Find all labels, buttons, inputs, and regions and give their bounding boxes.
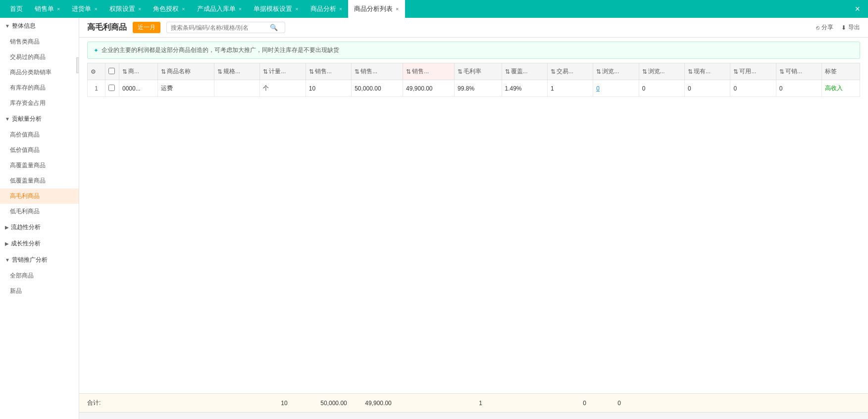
col-trade[interactable]: ⇅ 交易... xyxy=(547,63,593,80)
cell-coverage: 1.49% xyxy=(502,80,547,97)
cell-browse2: 0 xyxy=(639,80,684,97)
share-button[interactable]: ⎋ 分享 xyxy=(816,23,833,32)
sidebar-item-capital-occupation[interactable]: 库存资金占用 xyxy=(0,95,79,111)
col-settings[interactable]: ⚙ xyxy=(88,63,105,80)
sidebar-group-marketing[interactable]: ▼ 营销推广分析 xyxy=(0,252,79,268)
page-title: 高毛利商品 xyxy=(87,22,127,33)
col-unit[interactable]: ⇅ 计量... xyxy=(260,63,306,80)
export-icon: ⬇ xyxy=(841,24,846,31)
table-row: 1 0000... 运费 个 xyxy=(88,80,860,97)
sidebar-item-low-margin[interactable]: 低毛利商品 xyxy=(0,204,79,219)
col-spec[interactable]: ⇅ 规格... xyxy=(214,63,260,80)
content-area: 高毛利商品 近一月 🔍 ⎋ 分享 ⬇ 导出 ✦ 企业的主要的利润都是这部分商品创… xyxy=(79,18,868,419)
col-browse1[interactable]: ⇅ 浏览... xyxy=(593,63,639,80)
cell-unit: 个 xyxy=(260,80,306,97)
close-sales-order[interactable]: × xyxy=(57,6,60,12)
close-template-settings[interactable]: × xyxy=(295,6,298,12)
footer-label: 合计: xyxy=(87,399,101,407)
footer-current-stock: 0 xyxy=(583,400,617,407)
sidebar-item-category-rate[interactable]: 商品分类助销率 xyxy=(0,65,79,80)
footer-trade: 1 xyxy=(479,400,513,407)
cell-sellable: 0 xyxy=(776,80,821,97)
nav-template-settings[interactable]: 单据模板设置 × xyxy=(248,0,304,18)
sidebar-item-low-value[interactable]: 低价值商品 xyxy=(0,142,79,158)
col-code[interactable]: ⇅ 商... xyxy=(119,63,158,80)
cell-trade: 1 xyxy=(547,80,593,97)
arrow-contribution: ▼ xyxy=(5,116,10,122)
horizontal-scrollbar[interactable] xyxy=(79,412,868,419)
sidebar-group-contribution[interactable]: ▼ 贡献量分析 xyxy=(0,111,79,127)
top-navigation: 首页 销售单 × 进货单 × 权限设置 × 角色授权 × 产成品入库单 × 单据… xyxy=(0,0,868,18)
col-browse2[interactable]: ⇅ 浏览... xyxy=(639,63,684,80)
select-all-checkbox[interactable] xyxy=(108,68,115,74)
arrow-trend: ▶ xyxy=(5,225,9,230)
product-table: ⚙ ⇅ 商... ⇅ xyxy=(87,63,860,97)
sidebar-item-high-coverage[interactable]: 高覆盖量商品 xyxy=(0,158,79,173)
cell-gross-margin: 99.8% xyxy=(455,80,502,97)
footer-sales-profit: 49,900.00 xyxy=(365,400,409,407)
row-number: 1 xyxy=(88,80,105,97)
sidebar-item-new-products[interactable]: 新品 xyxy=(0,283,79,299)
table-container: ⚙ ⇅ 商... ⇅ xyxy=(79,63,868,393)
search-input[interactable] xyxy=(171,24,270,31)
col-sellable[interactable]: ⇅ 可销... xyxy=(776,63,821,80)
sidebar-item-high-margin[interactable]: 高毛利商品 xyxy=(0,188,79,204)
sidebar-item-in-stock[interactable]: 有库存的商品 xyxy=(0,80,79,95)
footer-available: 0 xyxy=(617,400,652,407)
col-name[interactable]: ⇅ 商品名称 xyxy=(157,63,214,80)
close-product-analysis[interactable]: × xyxy=(339,6,342,12)
cell-available: 0 xyxy=(730,80,776,97)
footer-sales-amount: 50,000.00 xyxy=(320,400,365,407)
cell-browse1[interactable]: 0 xyxy=(593,80,639,97)
nav-product-analysis[interactable]: 商品分析 × xyxy=(305,0,348,18)
col-sales-amount[interactable]: ⇅ 销售... xyxy=(352,63,403,80)
col-gross-margin[interactable]: ⇅ 毛利率 xyxy=(455,63,502,80)
arrow-growth: ▶ xyxy=(5,241,9,246)
col-check xyxy=(105,63,119,80)
sidebar-item-high-value[interactable]: 高价值商品 xyxy=(0,127,79,142)
nav-home[interactable]: 首页 xyxy=(4,0,29,18)
col-coverage[interactable]: ⇅ 覆盖... xyxy=(502,63,547,80)
close-product-warehouse[interactable]: × xyxy=(239,6,242,12)
sidebar-collapse-button[interactable]: « xyxy=(76,57,79,73)
col-current-stock[interactable]: ⇅ 现有... xyxy=(685,63,730,80)
sidebar-item-traded-products[interactable]: 交易过的商品 xyxy=(0,49,79,65)
main-container: ▼ 整体信息 销售类商品 交易过的商品 商品分类助销率 有库存的商品 库存资金占… xyxy=(0,18,868,419)
cell-sales-profit: 49,900.00 xyxy=(403,80,455,97)
sidebar-item-sales-products[interactable]: 销售类商品 xyxy=(0,34,79,49)
table-header-row: ⚙ ⇅ 商... ⇅ xyxy=(88,63,860,80)
cell-sales-qty: 10 xyxy=(306,80,351,97)
nav-role-auth[interactable]: 角色授权 × xyxy=(147,0,191,18)
col-sales-qty[interactable]: ⇅ 销售... xyxy=(306,63,351,80)
close-purchase-order[interactable]: × xyxy=(94,6,97,12)
sidebar-item-low-coverage[interactable]: 低覆盖量商品 xyxy=(0,173,79,188)
close-permission-settings[interactable]: × xyxy=(138,6,141,12)
sidebar: ▼ 整体信息 销售类商品 交易过的商品 商品分类助销率 有库存的商品 库存资金占… xyxy=(0,18,79,419)
close-role-auth[interactable]: × xyxy=(182,6,185,12)
col-available[interactable]: ⇅ 可用... xyxy=(730,63,776,80)
sidebar-group-growth[interactable]: ▶ 成长性分析 xyxy=(0,235,79,252)
nav-purchase-order[interactable]: 进货单 × xyxy=(66,0,103,18)
footer-sales-qty: 10 xyxy=(281,400,320,407)
cell-code: 0000... xyxy=(119,80,158,97)
search-box: 🔍 xyxy=(166,22,285,33)
cell-spec xyxy=(214,80,260,97)
info-banner: ✦ 企业的主要的利润都是这部分商品创造的，可考虑加大推广，同时关注库存是不要出现… xyxy=(87,42,860,59)
row-checkbox[interactable] xyxy=(108,85,115,91)
filter-period-button[interactable]: 近一月 xyxy=(133,22,160,33)
search-icon[interactable]: 🔍 xyxy=(270,24,278,31)
col-tag: 标签 xyxy=(822,63,860,80)
nav-permission-settings[interactable]: 权限设置 × xyxy=(103,0,147,18)
close-product-analysis-list[interactable]: × xyxy=(396,6,399,12)
export-button[interactable]: ⬇ 导出 xyxy=(841,23,860,32)
sidebar-item-all-products[interactable]: 全部商品 xyxy=(0,268,79,283)
nav-product-warehouse[interactable]: 产成品入库单 × xyxy=(191,0,248,18)
content-header: 高毛利商品 近一月 🔍 ⎋ 分享 ⬇ 导出 xyxy=(79,18,868,38)
close-all-tabs[interactable]: × xyxy=(851,4,864,14)
sidebar-group-trend[interactable]: ▶ 流趋性分析 xyxy=(0,219,79,235)
nav-sales-order[interactable]: 销售单 × xyxy=(29,0,66,18)
nav-product-analysis-list[interactable]: 商品分析列表 × xyxy=(348,0,405,18)
col-sales-profit[interactable]: ⇅ 销售... xyxy=(403,63,455,80)
sidebar-group-overall[interactable]: ▼ 整体信息 xyxy=(0,18,79,34)
cell-sales-amount: 50,000.00 xyxy=(352,80,403,97)
